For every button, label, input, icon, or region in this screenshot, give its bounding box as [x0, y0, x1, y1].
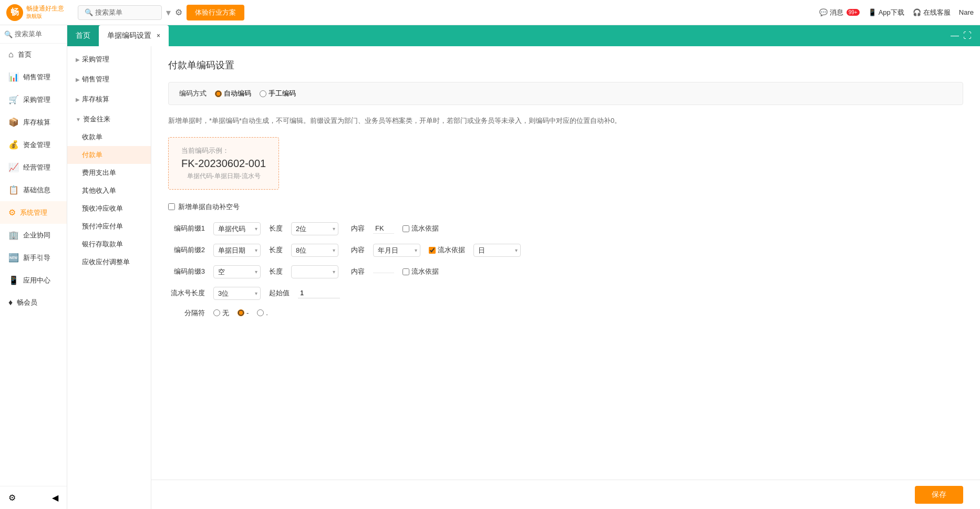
tab-encoding-settings[interactable]: 单据编码设置 ×	[99, 25, 169, 46]
length-label-2: 长度	[269, 245, 283, 255]
length1-select[interactable]: 2位 4位 6位 8位	[291, 222, 338, 235]
sidebar-item-app[interactable]: 📱 应用中心	[0, 269, 67, 292]
length2-select[interactable]: 2位 4位 6位 8位	[291, 244, 338, 257]
dropdown-icon[interactable]: ▾	[166, 7, 171, 18]
sub-menu-sales-label: 销售管理	[82, 75, 109, 84]
topbar: 畅 畅捷通好生意 旗舰版 🔍 搜索菜单 ▾ ⚙ 体验行业方案 💬 消息 99+ …	[0, 0, 980, 25]
sep-dot-radio[interactable]: .	[257, 309, 268, 317]
sidebar-settings-icon[interactable]: ⚙	[8, 493, 16, 503]
flow-label-1: 流水依据	[411, 224, 439, 233]
flow-check-1[interactable]: 流水依据	[403, 224, 439, 233]
sep-none-input[interactable]	[213, 309, 220, 316]
flow-period-select[interactable]: 日 月 年	[473, 244, 521, 257]
sidebar-collapse-icon[interactable]: ◀	[52, 493, 58, 503]
sidebar-item-enterprise[interactable]: 🏢 企业协同	[0, 224, 67, 246]
sub-menu-item-receipt[interactable]: 收款单	[67, 128, 151, 146]
encoding-method-row: 编码方式 自动编码 手工编码	[168, 82, 963, 105]
sidebar-item-basic[interactable]: 📋 基础信息	[0, 179, 67, 201]
topbar-mid: 🔍 搜索菜单 ▾ ⚙ 体验行业方案	[78, 5, 815, 20]
info-text: 新增单据时，*单据编码*自动生成，不可编辑。前缀设置为部门、业务员等档案类，开单…	[168, 116, 963, 127]
length-label-1: 长度	[269, 224, 283, 233]
tab-home[interactable]: 首页	[67, 25, 99, 46]
sidebar-item-operation[interactable]: 📈 经营管理	[0, 156, 67, 179]
system-icon: ⚙	[8, 207, 16, 217]
serial-label: 流水号长度	[168, 288, 205, 298]
search-menu-btn[interactable]: 🔍 搜索菜单	[78, 5, 162, 20]
prefix1-select[interactable]: 单据代码 单据日期 空	[213, 222, 261, 235]
sep-dash-input[interactable]	[238, 309, 244, 316]
sub-menu-item-other-income[interactable]: 其他收入单	[67, 182, 151, 200]
arrow-right-icon: ▶	[76, 57, 80, 63]
sidebar-search[interactable]: 🔍 搜索菜单	[0, 25, 67, 44]
content-area: ▶ 采购管理 ▶ 销售管理 ▶ 库存核算	[67, 46, 980, 509]
home-icon: ⌂	[8, 50, 14, 59]
logo-text: 畅捷通好生意	[26, 5, 64, 12]
sep-dot-input[interactable]	[257, 309, 264, 316]
sep-none-radio[interactable]: 无	[213, 308, 229, 318]
sub-menu-group-purchase: ▶ 采购管理	[67, 50, 151, 68]
sub-menu-capital-title[interactable]: ▼ 资金往来	[67, 110, 151, 128]
prefix1-select-wrapper: 单据代码 单据日期 空 ▾	[213, 222, 261, 235]
online-service-btn[interactable]: 🎧 在线客服	[913, 8, 951, 17]
sub-menu-item-prepay-payable[interactable]: 预付冲应付单	[67, 217, 151, 235]
sub-menu-item-ap-adjust[interactable]: 应收应付调整单	[67, 253, 151, 271]
sidebar-item-sales[interactable]: 📊 销售管理	[0, 66, 67, 88]
start-value-input[interactable]	[298, 288, 340, 298]
sub-menu-inventory-title[interactable]: ▶ 库存核算	[67, 90, 151, 108]
sep-label: 分隔符	[168, 308, 205, 318]
sub-menu-group-inventory: ▶ 库存核算	[67, 90, 151, 108]
msg-btn[interactable]: 💬 消息 99+	[819, 8, 860, 17]
sep-dash-radio[interactable]: -	[238, 309, 249, 317]
sidebar-item-home[interactable]: ⌂ 首页	[0, 44, 67, 66]
flow-check-3[interactable]: 流水依据	[403, 267, 439, 276]
flow-checkbox-3[interactable]	[403, 268, 409, 275]
radio-auto-input[interactable]	[215, 90, 222, 97]
sub-menu-item-prepay-receivable[interactable]: 预收冲应收单	[67, 200, 151, 217]
tab-close-icon[interactable]: ×	[157, 32, 160, 39]
auto-fill-checkbox[interactable]	[168, 203, 175, 210]
sidebar-label-enterprise: 企业协同	[23, 231, 50, 240]
sidebar-item-system[interactable]: ⚙ 系统管理	[0, 201, 67, 224]
tab-home-label: 首页	[76, 31, 90, 40]
sidebar-label-guide: 新手引导	[23, 253, 50, 263]
radio-manual-input[interactable]	[260, 90, 266, 97]
content-label-1: 内容	[351, 224, 365, 233]
sub-menu-item-bank[interactable]: 银行存取款单	[67, 235, 151, 253]
sidebar-item-purchase[interactable]: 🛒 采购管理	[0, 88, 67, 111]
trial-btn[interactable]: 体验行业方案	[187, 5, 244, 20]
sidebar-label-finance: 资金管理	[23, 140, 50, 150]
sub-menu-sales-title[interactable]: ▶ 销售管理	[67, 70, 151, 88]
content-label-3: 内容	[351, 267, 365, 276]
sidebar-item-guide[interactable]: 🆕 新手引导	[0, 246, 67, 269]
radio-manual[interactable]: 手工编码	[260, 89, 296, 98]
sub-menu-item-payment[interactable]: 付款单	[67, 146, 151, 164]
app-download-btn[interactable]: 📱 App下载	[868, 8, 904, 17]
form-row-1: 编码前缀1 单据代码 单据日期 空 ▾ 长度	[168, 222, 963, 235]
finance-icon: 💰	[8, 140, 19, 150]
prefix2-select[interactable]: 单据代码 单据日期 空	[213, 244, 261, 257]
tabbar-minimize-icon[interactable]: —	[951, 31, 959, 40]
sidebar-item-inventory[interactable]: 📦 库存核算	[0, 111, 67, 133]
start-label: 起始值	[269, 288, 290, 298]
serial-select[interactable]: 2位 3位 4位 5位	[213, 287, 261, 300]
length1-select-wrapper: 2位 4位 6位 8位 ▾	[291, 222, 338, 235]
prefix3-select[interactable]: 单据代码 单据日期 空	[213, 265, 261, 278]
gear-icon[interactable]: ⚙	[175, 7, 182, 17]
content2-select[interactable]: 年月日 年月 年	[373, 244, 420, 257]
flow-check-2[interactable]: 流水依据	[429, 245, 465, 255]
tabbar-expand-icon[interactable]: ⛶	[963, 31, 972, 40]
sidebar-item-member[interactable]: ♦ 畅会员	[0, 292, 67, 314]
user-profile[interactable]: Nare	[959, 8, 974, 16]
sub-menu-item-expense[interactable]: 费用支出单	[67, 164, 151, 182]
sidebar-item-finance[interactable]: 💰 资金管理	[0, 133, 67, 156]
flow-checkbox-1[interactable]	[403, 225, 409, 232]
form-row-3: 编码前缀3 单据代码 单据日期 空 ▾ 长度	[168, 265, 963, 278]
radio-auto[interactable]: 自动编码	[215, 89, 251, 98]
preview-label: 当前编码示例：	[181, 146, 266, 155]
arrow-right-icon2: ▶	[76, 77, 80, 82]
flow-checkbox-2[interactable]	[429, 247, 436, 254]
sub-menu-purchase-title[interactable]: ▶ 采购管理	[67, 50, 151, 68]
length3-select[interactable]: 2位 4位	[291, 265, 338, 278]
save-button[interactable]: 保存	[915, 486, 963, 504]
prefix2-select-wrapper: 单据代码 单据日期 空 ▾	[213, 244, 261, 257]
